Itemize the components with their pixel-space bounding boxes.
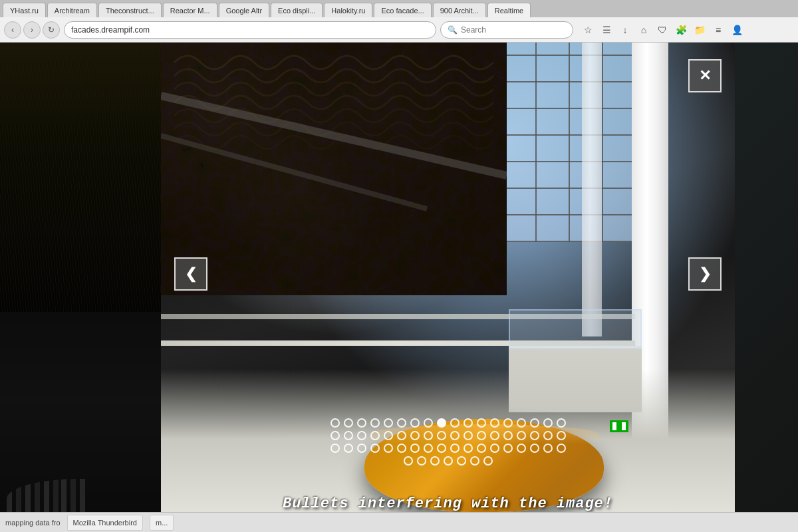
bullet-1-16[interactable] [543, 418, 553, 428]
bullet-3-11[interactable] [477, 444, 486, 453]
bullet-3-17[interactable] [557, 444, 566, 453]
address-field[interactable] [64, 21, 436, 39]
bullet-1-13[interactable] [503, 418, 513, 428]
bullet-1-5[interactable] [397, 418, 406, 428]
bullet-4-6[interactable] [483, 456, 493, 466]
tab-4[interactable]: Google Altr [219, 3, 269, 17]
main-area: БЛАГ [0, 43, 798, 532]
bullet-1-3[interactable] [370, 418, 380, 428]
bullet-1-0[interactable] [331, 418, 340, 428]
bullet-4-4[interactable] [457, 456, 466, 466]
glass-railing [509, 309, 642, 349]
bullet-4-2[interactable] [430, 456, 440, 466]
bullet-3-1[interactable] [344, 444, 353, 453]
menu-icon[interactable]: ≡ [710, 22, 726, 38]
bullet-3-13[interactable] [503, 444, 513, 453]
nav-buttons: ‹ › ↻ [4, 21, 60, 39]
reader-icon[interactable]: ☰ [598, 22, 614, 38]
forward-button[interactable]: › [23, 21, 41, 39]
bullet-3-16[interactable] [543, 444, 553, 453]
prev-icon: ❮ [185, 265, 197, 283]
bullet-3-9[interactable] [450, 444, 460, 453]
bullet-2-4[interactable] [384, 431, 393, 440]
bullet-1-12[interactable] [490, 418, 499, 428]
bullet-2-10[interactable] [464, 431, 473, 440]
bullet-2-16[interactable] [543, 431, 553, 440]
bullet-3-0[interactable] [331, 444, 340, 453]
extension-icon[interactable]: 🧩 [673, 22, 689, 38]
bullet-1-17[interactable] [557, 418, 566, 428]
ceiling-pattern-svg [161, 43, 507, 295]
bullet-2-2[interactable] [357, 431, 366, 440]
tab-2[interactable]: Theconstruct... [98, 3, 162, 17]
bullet-1-1[interactable] [344, 418, 353, 428]
bullet-2-15[interactable] [530, 431, 539, 440]
refresh-button[interactable]: ↻ [43, 21, 60, 39]
bullet-3-7[interactable] [424, 444, 433, 453]
bullet-3-12[interactable] [490, 444, 499, 453]
ceiling-texture [161, 43, 507, 295]
bullet-1-4[interactable] [384, 418, 393, 428]
bullet-2-6[interactable] [410, 431, 420, 440]
download-icon[interactable]: ↓ [617, 22, 633, 38]
bullet-2-17[interactable] [557, 431, 566, 440]
bullet-4-3[interactable] [444, 456, 453, 466]
bullet-3-4[interactable] [384, 444, 393, 453]
bullet-3-3[interactable] [370, 444, 380, 453]
bullet-1-2[interactable] [357, 418, 366, 428]
home-icon[interactable]: ⌂ [636, 22, 652, 38]
prev-button[interactable]: ❮ [174, 257, 207, 291]
bullet-1-11[interactable] [477, 418, 486, 428]
bullet-3-8[interactable] [437, 444, 446, 453]
status-thunderbird[interactable]: Mozilla Thunderbird [67, 515, 143, 531]
bookmark-icon[interactable]: ☆ [580, 22, 596, 38]
bullet-1-7[interactable] [424, 418, 433, 428]
shield-icon[interactable]: 🛡 [654, 22, 670, 38]
next-button[interactable]: ❯ [688, 257, 722, 291]
bullet-4-1[interactable] [417, 456, 426, 466]
bullet-3-14[interactable] [517, 444, 526, 453]
save-icon[interactable]: 📁 [692, 22, 708, 38]
bullet-3-6[interactable] [410, 444, 420, 453]
tab-6[interactable]: Halokity.ru [324, 3, 372, 17]
profile-icon[interactable]: 👤 [729, 22, 745, 38]
bullet-2-0[interactable] [331, 431, 340, 440]
bullet-2-1[interactable] [344, 431, 353, 440]
search-icon: 🔍 [448, 25, 458, 35]
toolbar-icons: ☆ ☰ ↓ ⌂ 🛡 🧩 📁 ≡ 👤 [580, 22, 745, 38]
bullet-2-9[interactable] [450, 431, 460, 440]
search-input[interactable] [461, 25, 554, 35]
bullet-3-10[interactable] [464, 444, 473, 453]
bullet-3-15[interactable] [530, 444, 539, 453]
status-extra[interactable]: m... [150, 515, 174, 531]
bullet-3-2[interactable] [357, 444, 366, 453]
mezzanine [509, 346, 642, 412]
bullet-2-7[interactable] [424, 431, 433, 440]
bullet-2-13[interactable] [503, 431, 513, 440]
tab-3[interactable]: Reactor M... [163, 3, 217, 17]
bullet-1-14[interactable] [517, 418, 526, 428]
tab-8[interactable]: 900 Archit... [433, 3, 486, 17]
bullet-1-6[interactable] [410, 418, 420, 428]
status-bar: mapping data fro Mozilla Thunderbird m..… [0, 512, 798, 532]
close-button[interactable]: ✕ [688, 59, 722, 92]
bullet-2-12[interactable] [490, 431, 499, 440]
tab-9[interactable]: Realtime [487, 3, 531, 17]
bullet-2-11[interactable] [477, 431, 486, 440]
bullet-1-8[interactable] [437, 418, 446, 428]
back-button[interactable]: ‹ [4, 21, 21, 39]
tab-0[interactable]: YHast.ru [3, 3, 46, 17]
bullet-1-9[interactable] [450, 418, 460, 428]
bullet-2-14[interactable] [517, 431, 526, 440]
tab-1[interactable]: Architream [47, 3, 97, 17]
bullet-2-5[interactable] [397, 431, 406, 440]
bullet-4-0[interactable] [404, 456, 413, 466]
bullet-2-3[interactable] [370, 431, 380, 440]
bullet-1-10[interactable] [464, 418, 473, 428]
tab-7[interactable]: Eco facade... [374, 3, 431, 17]
tab-5[interactable]: Eco displi... [271, 3, 323, 17]
bullet-3-5[interactable] [397, 444, 406, 453]
bullet-2-8[interactable] [437, 431, 446, 440]
bullet-4-5[interactable] [470, 456, 479, 466]
bullet-1-15[interactable] [530, 418, 539, 428]
